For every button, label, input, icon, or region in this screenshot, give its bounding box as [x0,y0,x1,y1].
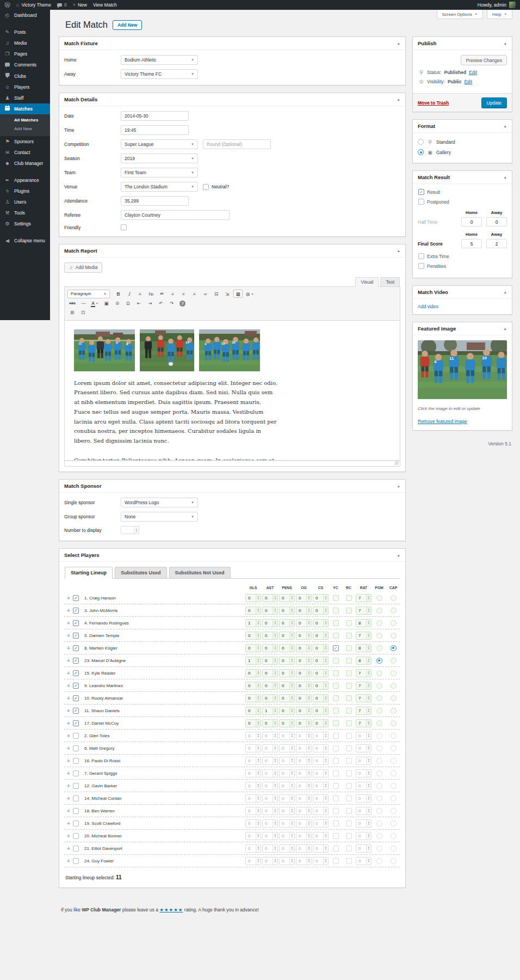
pom-radio[interactable] [376,783,382,789]
rating-input[interactable]: 0▴▾ [356,832,372,840]
gls-input[interactable]: 0▴▾ [245,719,261,727]
rc-checkbox[interactable] [346,758,352,764]
drag-handle-icon[interactable]: + [64,633,73,639]
drag-handle-icon[interactable]: + [64,720,73,726]
horizontal-rule-button[interactable]: — [79,299,88,308]
rc-checkbox[interactable] [346,633,352,639]
pens-input[interactable]: 0▴▾ [279,719,295,727]
panel-header[interactable]: Match Video ▲ [413,286,512,299]
howdy-label[interactable]: Howdy, admin [478,2,506,8]
rating-input[interactable]: 7▴▾ [356,707,372,715]
gls-input[interactable]: 0▴▾ [245,607,261,615]
sidebar-item-collapse-menu[interactable]: ◀Collapse menu [0,235,50,246]
yc-checkbox[interactable] [333,683,339,689]
cs-input[interactable]: 0▴▾ [313,607,329,615]
sidebar-item-comments[interactable]: Comments [0,59,50,70]
ast-input[interactable]: 0▴▾ [262,807,278,815]
gls-input[interactable]: 0▴▾ [245,757,261,765]
cs-input[interactable]: 0▴▾ [313,844,329,853]
player-select-checkbox[interactable]: ✓ [73,620,79,626]
result-checkbox[interactable]: ✓ [418,189,424,195]
align-left-button[interactable]: ≡ [168,290,177,298]
rc-checkbox[interactable] [346,620,352,626]
cs-input[interactable]: 0▴▾ [313,682,329,690]
drag-handle-icon[interactable]: + [64,658,73,664]
collapse-icon[interactable]: ▲ [504,290,507,294]
sidebar-item-contact[interactable]: ✉Contact [0,147,50,158]
shortcode-button-2-button[interactable]: ⊡ [78,309,88,317]
player-select-checkbox[interactable] [73,833,79,839]
sidebar-item-posts[interactable]: ✎Posts [0,27,50,38]
sidebar-item-tools[interactable]: ⚒Tools [0,207,50,218]
round-input[interactable]: Round (Optional) [203,139,271,149]
rc-checkbox[interactable] [346,808,352,814]
half-time-home-input[interactable]: 0 [461,217,482,226]
panel-header[interactable]: Match Result ▲ [413,171,512,184]
final-score-home-input[interactable]: 5 [461,239,482,248]
add-video-link[interactable]: Add video [418,304,438,309]
rating-input[interactable]: 0▴▾ [356,844,372,853]
cap-radio[interactable] [391,833,397,839]
yc-checkbox[interactable] [333,720,339,726]
pom-radio[interactable] [376,683,382,689]
rating-input[interactable]: 7▴▾ [356,694,372,702]
globe-dropdown-button[interactable]: ◍▼ [244,290,255,298]
yc-checkbox[interactable] [333,820,339,826]
rating-input[interactable]: 8▴▾ [356,619,372,627]
rating-input[interactable]: 0▴▾ [356,757,372,765]
rating-input[interactable]: 0▴▾ [356,744,372,752]
cs-input[interactable]: 0▴▾ [313,707,329,715]
collapse-icon[interactable]: ▲ [504,124,507,128]
admin-bar-site-name[interactable]: ⌂ Victory Theme [16,2,51,8]
ast-input[interactable]: 0▴▾ [262,719,278,727]
og-input[interactable]: 0▴▾ [296,857,312,865]
sidebar-item-club-manager[interactable]: ☻Club Manager [0,158,50,169]
og-input[interactable]: 0▴▾ [296,594,312,602]
og-input[interactable]: 0▴▾ [296,782,312,790]
yc-checkbox[interactable] [333,745,339,751]
rating-input[interactable]: 8▴▾ [356,657,372,665]
preview-changes-button[interactable]: Preview Changes [461,55,507,65]
gls-input[interactable]: 0▴▾ [245,694,261,702]
player-select-checkbox[interactable]: ✓ [73,658,79,664]
player-select-checkbox[interactable]: ✓ [73,595,79,601]
sidebar-item-clubs[interactable]: Clubs [0,70,50,82]
drag-handle-icon[interactable]: + [64,833,73,839]
pens-input[interactable]: 0▴▾ [279,594,295,602]
editor-content[interactable]: 11 4 8 [64,321,400,461]
rc-checkbox[interactable] [346,833,352,839]
undo-button[interactable]: ↶ [156,299,165,308]
rating-input[interactable]: 0▴▾ [356,732,372,740]
cap-radio[interactable] [391,633,397,639]
collapse-icon[interactable]: ▲ [504,41,507,45]
competition-select[interactable]: Super League▼ [121,139,198,149]
collapse-icon[interactable]: ▲ [397,249,400,253]
gls-input[interactable]: 0▴▾ [245,644,261,652]
sidebar-item-users[interactable]: ♙Users [0,197,50,207]
player-select-checkbox[interactable] [73,808,79,814]
drag-handle-icon[interactable]: + [64,846,73,852]
pens-input[interactable]: 0▴▾ [279,757,295,765]
cs-input[interactable]: 0▴▾ [313,619,329,627]
cap-radio[interactable] [391,720,397,726]
cs-input[interactable]: 0▴▾ [313,782,329,790]
help-button[interactable]: ? [178,299,187,308]
gls-input[interactable]: 0▴▾ [245,707,261,715]
player-select-checkbox[interactable]: ✓ [73,608,79,614]
yc-checkbox[interactable] [333,633,339,639]
og-input[interactable]: 0▴▾ [296,744,312,752]
format-gallery-radio[interactable] [418,149,424,155]
collapse-icon[interactable]: ▲ [397,484,400,488]
og-input[interactable]: 0▴▾ [296,769,312,777]
collapse-icon[interactable]: ▲ [397,41,400,45]
og-input[interactable]: 0▴▾ [296,707,312,715]
rc-checkbox[interactable] [346,795,352,801]
sidebar-item-settings[interactable]: ⚙Settings [0,218,50,229]
rating-input[interactable]: 0▴▾ [356,794,372,803]
cs-input[interactable]: 0▴▾ [313,632,329,640]
player-select-checkbox[interactable]: ✓ [73,708,79,714]
pens-input[interactable]: 0▴▾ [279,782,295,790]
visual-tab[interactable]: Visual [355,277,379,287]
pom-radio[interactable] [376,820,382,826]
add-new-button[interactable]: Add New [113,20,142,30]
